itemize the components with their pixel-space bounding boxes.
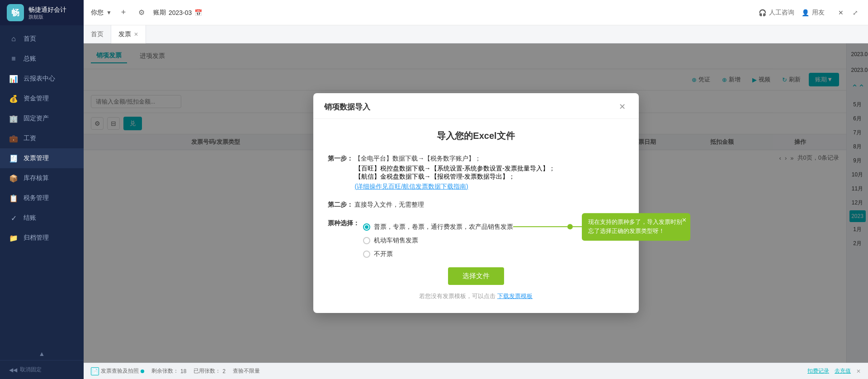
tooltip-area: 现在支持的票种多了，导入发票时别忘了选择正确的发票类型呀！ ✕ — [513, 213, 690, 241]
invoice-icon: 🧾 — [9, 154, 18, 163]
ticket-select-section: 票种选择： 普票，专票，卷票，通行费发票，农产品销售发票 — [328, 218, 624, 258]
statusbar: 📄 发票查验及拍照 剩余张数： 18 已用张数： 2 查验不限量 扣费记录 去充… — [84, 363, 868, 379]
sidebar-item-salary[interactable]: 💼 工资 — [0, 128, 84, 148]
modal-import: 销项数据导入 ✕ 导入您的Excel文件 第一步： 【全电平台】数据下载→【税务… — [313, 93, 639, 313]
tooltip-bubble: 现在支持的票种多了，导入发票时别忘了选择正确的发票类型呀！ ✕ — [582, 213, 690, 241]
sidebar-item-ledger[interactable]: ≡ 总账 — [0, 49, 84, 69]
archive-icon: 📁 — [9, 233, 18, 242]
modal-footer: 若您没有发票模板，可以点击 下载发票模板 — [328, 292, 624, 300]
radio-circle-no-ticket — [363, 251, 370, 258]
fund-icon: 💰 — [9, 94, 18, 103]
modal-close-button[interactable]: ✕ — [617, 101, 628, 112]
settings-icon[interactable]: ⚙ — [135, 6, 148, 19]
add-tab-button[interactable]: + — [117, 6, 130, 19]
sidebar-scroll-up[interactable]: ▲ — [0, 347, 84, 360]
window-controls: ✕ ⤢ — [835, 7, 861, 18]
headset-icon: 🎧 — [759, 9, 766, 16]
sidebar-item-invoice[interactable]: 🧾 发票管理 — [0, 148, 84, 168]
sidebar-item-tax[interactable]: 📋 税务管理 — [0, 188, 84, 208]
tabbar: 首页 发票 ✕ — [84, 25, 868, 43]
radio-circle-motor — [363, 237, 370, 244]
checkout-icon: ✓ — [9, 213, 18, 223]
tax-icon: 📋 — [9, 194, 18, 203]
recharge-link[interactable]: 去充值 — [835, 367, 851, 375]
statusbar-used: 已用张数： 2 — [193, 367, 226, 375]
statusbar-invoice-verify: 📄 发票查验及拍照 — [91, 367, 144, 375]
statusbar-close-button[interactable]: ✕ — [856, 368, 861, 374]
maximize-window-button[interactable]: ⤢ — [850, 7, 861, 18]
step1-line1: 【全电平台】数据下载→【税务数字账户】； — [354, 155, 481, 162]
period-display: 账期 2023-03 📅 — [153, 9, 202, 17]
content-area: 销项发票 进项发票 ⊕ 凭证 ⊕ 新增 — [84, 43, 868, 363]
download-template-link[interactable]: 下载发票模板 — [497, 293, 533, 299]
step1-line3: 【航信】金税盘数据下载→【报税管理-发票数据导出】； — [355, 173, 624, 181]
user-icon: 👤 — [802, 9, 809, 16]
sidebar-item-checkout[interactable]: ✓ 结账 — [0, 208, 84, 228]
user-menu[interactable]: 👤 用友 — [802, 9, 825, 17]
radio-circle-general — [363, 223, 370, 231]
radio-no-ticket[interactable]: 不开票 — [363, 250, 513, 258]
sidebar-item-home[interactable]: ⌂ 首页 — [0, 29, 84, 49]
calendar-icon: 📅 — [194, 9, 202, 16]
statusbar-dot — [141, 370, 144, 373]
step1-label: 第一步： — [328, 155, 353, 162]
consult-button[interactable]: 🎧 人工咨询 — [759, 9, 794, 17]
topbar: 你您 ▼ + ⚙ 账期 2023-03 📅 🎧 人工咨询 👤 用友 — [84, 0, 868, 25]
logo-icon: 畅 — [7, 4, 24, 21]
close-window-button[interactable]: ✕ — [835, 7, 846, 18]
sidebar-item-fund[interactable]: 💰 资金管理 — [0, 89, 84, 109]
step1-section: 第一步： 【全电平台】数据下载→【税务数字账户】； 【百旺】税控盘数据下载→【系… — [328, 153, 624, 190]
sidebar-logo: 畅 畅捷通好会计 旗舰版 — [0, 0, 84, 25]
step2-label: 第二步： — [328, 201, 353, 208]
invoice-verify-icon: 📄 — [91, 367, 99, 375]
fixed-assets-icon: 🏢 — [9, 114, 18, 123]
step2-section: 第二步： 直接导入文件，无需整理 — [328, 199, 624, 210]
sidebar-footer[interactable]: ◀◀ 取消固定 — [0, 360, 84, 379]
company-dropdown-icon: ▼ — [106, 9, 112, 16]
step2-content: 直接导入文件，无需整理 — [354, 201, 424, 208]
statusbar-right: 扣费记录 去充值 ✕ — [807, 367, 861, 375]
radio-motor[interactable]: 机动车销售发票 — [363, 237, 513, 245]
sidebar-item-archive[interactable]: 📁 归档管理 — [0, 228, 84, 248]
salary-icon: 💼 — [9, 134, 18, 143]
tab-close-invoice[interactable]: ✕ — [134, 31, 138, 38]
company-selector[interactable]: 你您 ▼ — [91, 9, 112, 17]
radio-dot-general — [365, 225, 368, 229]
tab-invoice[interactable]: 发票 ✕ — [111, 25, 146, 43]
home-icon: ⌂ — [9, 34, 18, 43]
statusbar-verify-unlimited: 查验不限量 — [233, 367, 260, 375]
step1-guide-link[interactable]: (详细操作见百旺/航信发票数据下载指南) — [355, 183, 468, 190]
inventory-icon: 📦 — [9, 174, 18, 183]
modal-title: 销项数据导入 — [324, 102, 370, 112]
tab-home[interactable]: 首页 — [84, 25, 111, 43]
radio-item-general: 普票，专票，卷票，通行费发票，农产品销售发票 现在支持的票种多了，导入发票 — [363, 223, 513, 231]
select-file-button[interactable]: 选择文件 — [448, 267, 504, 285]
sidebar: 畅 畅捷通好会计 旗舰版 ⌂ 首页 ≡ 总账 📊 云报表中心 💰 资金管理 — [0, 0, 84, 379]
radio-group: 普票，专票，卷票，通行费发票，农产品销售发票 现在支持的票种多了，导入发票 — [363, 223, 513, 258]
import-title: 导入您的Excel文件 — [328, 130, 624, 142]
tooltip-close-button[interactable]: ✕ — [682, 216, 687, 225]
modal-header: 销项数据导入 ✕ — [313, 93, 639, 119]
ledger-icon: ≡ — [9, 54, 18, 63]
deduct-record-link[interactable]: 扣费记录 — [807, 367, 829, 375]
sidebar-nav: ⌂ 首页 ≡ 总账 📊 云报表中心 💰 资金管理 🏢 固定资产 💼 工资 — [0, 25, 84, 347]
sidebar-item-fixed-assets[interactable]: 🏢 固定资产 — [0, 109, 84, 128]
ticket-select-label: 票种选择： — [328, 219, 359, 227]
cloud-report-icon: 📊 — [9, 74, 18, 83]
main-area: 你您 ▼ + ⚙ 账期 2023-03 📅 🎧 人工咨询 👤 用友 — [84, 0, 868, 379]
sidebar-item-cloud-report[interactable]: 📊 云报表中心 — [0, 69, 84, 89]
topbar-right: 🎧 人工咨询 👤 用友 ✕ ⤢ — [759, 7, 861, 18]
step1-indent: 【百旺】税控盘数据下载→【系统设置-系统参数设置-发票批量导入】； 【航信】金税… — [328, 165, 624, 191]
radio-general[interactable]: 普票，专票，卷票，通行费发票，农产品销售发票 — [363, 223, 513, 231]
modal-overlay: 销项数据导入 ✕ 导入您的Excel文件 第一步： 【全电平台】数据下载→【税务… — [84, 43, 868, 363]
statusbar-remaining: 剩余张数： 18 — [151, 367, 186, 375]
modal-body: 导入您的Excel文件 第一步： 【全电平台】数据下载→【税务数字账户】； 【百… — [313, 119, 639, 313]
step1-line2: 【百旺】税控盘数据下载→【系统设置-系统参数设置-发票批量导入】； — [355, 165, 624, 173]
sidebar-item-inventory[interactable]: 📦 库存核算 — [0, 168, 84, 188]
logo-text: 畅捷通好会计 旗舰版 — [28, 5, 66, 20]
